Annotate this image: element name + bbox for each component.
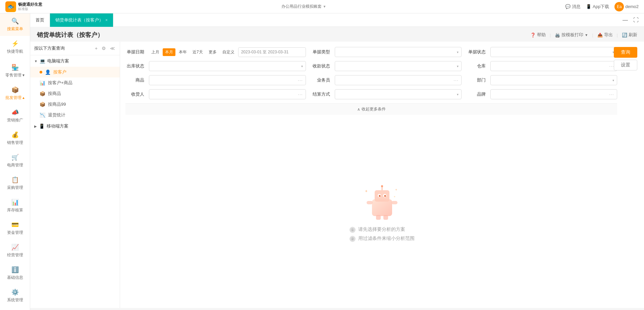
- page-header: 销货单统计表（按客户） ❓ 帮助 | 🖨️ 按模板打印 ▼ |: [30, 27, 644, 42]
- date-tab-custom[interactable]: 自定义: [220, 48, 237, 56]
- desktop-icon: 💻: [40, 58, 45, 64]
- scheme-item-by-product[interactable]: 📦 按商品: [30, 88, 120, 99]
- date-tab-this-year[interactable]: 本年: [176, 48, 189, 56]
- sidebar-item-purchase[interactable]: 📋 采购管理: [0, 172, 30, 195]
- date-tab-more[interactable]: 更多: [206, 48, 219, 56]
- tab-home[interactable]: 首页: [30, 13, 50, 27]
- settlement-arrow: ▾: [457, 93, 459, 96]
- tab-minimize-btn[interactable]: —: [621, 16, 629, 24]
- doc-type-filter: 单据类型 ▾: [311, 47, 462, 57]
- sidebar-item-operations[interactable]: 📈 经营管理: [0, 240, 30, 262]
- doc-type-control[interactable]: ▾: [335, 47, 462, 57]
- scheme-item-by-product99[interactable]: 📦 按商品99: [30, 99, 120, 110]
- date-tab-last-month[interactable]: 上月: [149, 48, 162, 56]
- by-customer-product-label: 按客户+商品: [48, 80, 72, 86]
- scheme-item-by-customer[interactable]: 👤 按客户: [30, 67, 120, 78]
- export-label: 导出: [604, 32, 613, 38]
- refresh-icon: 🔄: [622, 33, 627, 38]
- product-filter: 商品 ···: [125, 75, 306, 85]
- collapse-icon: ∧: [357, 107, 360, 112]
- payment-status-control[interactable]: ▾: [335, 61, 462, 71]
- sidebar-item-marketing[interactable]: 📣 营销推广: [0, 105, 30, 127]
- warehouse-control[interactable]: ···: [490, 61, 617, 71]
- settlement-control[interactable]: ▾: [335, 89, 462, 99]
- empty-icon: ✦ ✦ ✦: [362, 181, 402, 221]
- refresh-button[interactable]: 🔄 刷新: [622, 32, 637, 38]
- date-range-input[interactable]: 2023-03-01 至 2023-03-31: [238, 47, 306, 57]
- sidebar-item-enterprise[interactable]: 🤝 企业协同: [0, 307, 30, 310]
- user-name: demo2: [625, 4, 639, 9]
- scheme-settings-btn[interactable]: ⚙: [101, 45, 107, 52]
- avatar: Ea: [614, 2, 624, 11]
- logo-sub: 标准版: [18, 7, 42, 11]
- print-icon: 🖨️: [555, 33, 560, 38]
- sidebar-item-ecommerce[interactable]: 🛒 电商管理: [0, 150, 30, 172]
- svg-rect-10: [376, 215, 381, 220]
- collapse-label: 收起更多条件: [362, 106, 386, 112]
- department-control[interactable]: ▾: [490, 75, 617, 85]
- sidebar-item-base[interactable]: ℹ️ 基础信息: [0, 262, 30, 285]
- product-control[interactable]: ···: [149, 75, 306, 85]
- query-button[interactable]: 查询: [614, 47, 637, 58]
- out-status-control[interactable]: ▾: [149, 61, 306, 71]
- sidebar-item-retail[interactable]: 🏪 零售管理 ▾: [0, 60, 30, 82]
- tabs-actions: — ⛶: [621, 16, 644, 24]
- schemes-actions: + ⚙ ≪: [94, 45, 116, 52]
- collapse-bar[interactable]: ∧ 收起更多条件: [125, 103, 617, 115]
- svg-text:✦: ✦: [365, 189, 368, 194]
- by-product99-label: 按商品99: [48, 101, 66, 107]
- hint-text-2: 用过滤条件来缩小分析范围: [358, 236, 415, 242]
- doc-status-control[interactable]: ▾: [490, 47, 617, 57]
- salesperson-control[interactable]: ···: [335, 75, 462, 85]
- recipient-control[interactable]: ···: [149, 89, 306, 99]
- tab-current[interactable]: 销货单统计表（按客户） ×: [50, 13, 113, 27]
- logo-text: 畅捷通好生意 标准版: [18, 2, 42, 11]
- svg-rect-1: [375, 190, 389, 202]
- date-tab-last7[interactable]: 近7天: [190, 48, 205, 56]
- scheme-collapse-btn[interactable]: ≪: [109, 45, 116, 52]
- scheme-add-btn[interactable]: +: [94, 45, 98, 52]
- mobile-group-label: 移动端方案: [47, 123, 116, 129]
- sidebar-item-sales[interactable]: 💰 销售管理: [0, 127, 30, 150]
- sidebar-system-label: 系统管理: [7, 297, 23, 303]
- desktop-group-arrow: ▼: [34, 59, 38, 63]
- top-bar-right: 💬 消息 📱 App下载 Ea demo2: [565, 2, 639, 11]
- breadcrumb-arrow[interactable]: ▼: [323, 5, 326, 8]
- tab-maximize-btn[interactable]: ⛶: [632, 16, 640, 24]
- department-label: 部门: [467, 77, 486, 83]
- schemes-header: 按以下方案查询 + ⚙ ≪: [30, 42, 120, 55]
- settings-button[interactable]: 设置: [614, 60, 637, 70]
- app-download-button[interactable]: 📱 App下载: [586, 4, 609, 10]
- brand-control[interactable]: ···: [490, 89, 617, 99]
- sidebar-item-finance[interactable]: 💳 资金管理: [0, 217, 30, 240]
- inventory-icon: 📊: [11, 199, 19, 206]
- payment-status-arrow: ▾: [457, 64, 459, 68]
- print-label: 按模板打印: [561, 32, 583, 38]
- sidebar-item-inventory[interactable]: 📊 库存核算: [0, 195, 30, 217]
- date-label: 单据日期: [125, 49, 144, 55]
- tab-close-icon[interactable]: ×: [105, 18, 108, 22]
- brand-label: 品牌: [467, 91, 486, 97]
- message-button[interactable]: 💬 消息: [565, 4, 581, 10]
- recipient-label: 收货人: [125, 91, 144, 97]
- page-header-actions: ❓ 帮助 | 🖨️ 按模板打印 ▼ | 📤 导出: [530, 32, 637, 38]
- date-tab-this-month[interactable]: 本月: [163, 48, 175, 56]
- settlement-filter: 结算方式 ▾: [311, 89, 462, 99]
- scheme-item-by-customer-product[interactable]: 📊 按客户+商品: [30, 78, 120, 88]
- date-tabs-group: 上月 本月 本年 近7天 更多 自定义: [149, 48, 237, 56]
- export-button[interactable]: 📤 导出: [597, 32, 613, 38]
- refund-stats-icon: 📉: [40, 112, 45, 118]
- help-button[interactable]: ❓ 帮助: [530, 32, 546, 38]
- print-button[interactable]: 🖨️ 按模板打印 ▼: [555, 32, 588, 38]
- sidebar-item-shortcut[interactable]: ⚡ 快捷导航: [0, 36, 30, 58]
- date-range-value: 2023-03-01 至 2023-03-31: [241, 49, 288, 55]
- scheme-item-refund-stats[interactable]: 📉 退货统计: [30, 110, 120, 120]
- sidebar-item-system[interactable]: ⚙️ 系统管理: [0, 285, 30, 307]
- svg-point-5: [384, 195, 386, 197]
- user-menu[interactable]: Ea demo2: [614, 2, 639, 11]
- scheme-group-mobile-header[interactable]: ▶ 📱 移动端方案: [30, 120, 120, 132]
- scheme-group-desktop-header[interactable]: ▼ 💻 电脑端方案: [30, 55, 120, 67]
- sidebar-item-wholesale[interactable]: 📦 批发管理 ▴: [0, 82, 30, 105]
- settlement-label: 结算方式: [311, 91, 330, 97]
- sidebar-item-search[interactable]: 🔍 搜索菜单: [0, 13, 30, 36]
